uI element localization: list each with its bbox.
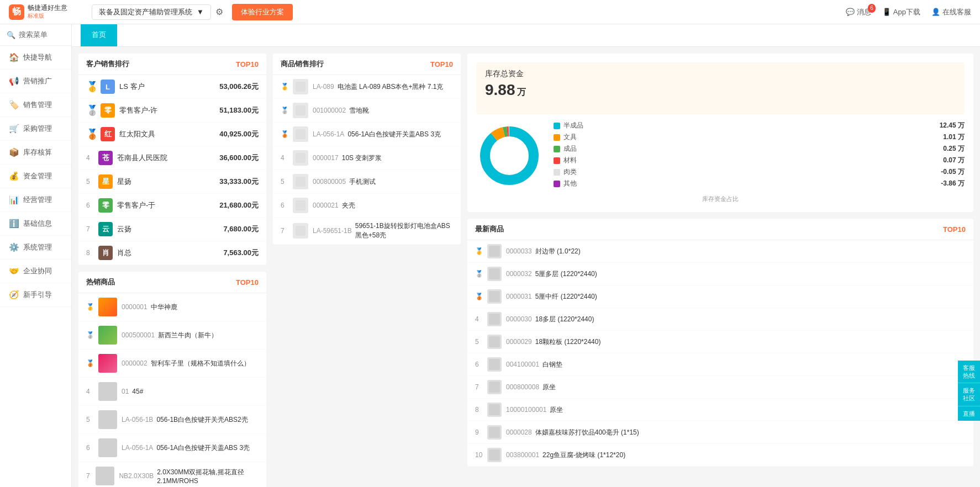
hot-rank-4: 4 [86,388,98,395]
customer-amount-7: 7,680.00元 [223,224,259,234]
trial-button[interactable]: 体验行业方案 [232,4,293,20]
list-item: 6 004100001 白钢垫 [467,353,973,376]
sidebar-item-quick-nav[interactable]: 🏠 快捷导航 [0,46,71,70]
sidebar-search[interactable]: 🔍 搜索菜单 [0,24,71,46]
sidebar-item-guide[interactable]: 🧭 新手引导 [0,283,71,307]
sidebar-item-marketing[interactable]: 📢 营销推广 [0,70,71,93]
message-badge: 6 [868,4,876,13]
prod-rank-5: 5 [281,178,293,186]
sidebar-item-operations[interactable]: 📊 经营管理 [0,188,71,212]
list-item: 4 0000017 10S 变刺罗浆 [273,146,461,170]
legend-value-1: 1.01 万 [943,133,965,142]
new-rank-6: 6 [475,361,487,368]
sidebar-item-collab[interactable]: 🤝 企业协同 [0,260,71,283]
legend-label-3: 材料 [563,156,577,165]
search-label: 搜索菜单 [19,30,48,40]
prod-name-6: 夹壳 [342,201,453,210]
sidebar-label-0: 快捷导航 [23,52,52,62]
prod-name-4: 10S 变刺罗浆 [342,153,453,163]
customer-name-8: 肖总 [117,248,223,258]
sidebar-item-system[interactable]: ⚙️ 系统管理 [0,236,71,260]
hot-rank-7: 7 [86,472,96,480]
float-btn-live[interactable]: 直播 [958,406,980,421]
finance-icon: 💰 [9,171,19,181]
table-row: 🥉 红 红太阳文具 40,925.00元 [78,123,266,146]
customer-amount-6: 21,680.00元 [219,200,259,210]
legend-row-3: 材料 0.07 万 [554,156,965,165]
online-service-button[interactable]: 👤 在线客服 [931,7,971,17]
sidebar-label-6: 经营管理 [23,195,52,205]
operations-icon: 📊 [9,195,19,205]
list-item: 5 0000029 18颗粒板 (1220*2440) [467,331,973,353]
new-img-10 [487,448,502,462]
prod-img-4 [293,150,308,166]
svg-rect-17 [489,359,500,370]
sidebar-item-inventory[interactable]: 📦 库存核算 [0,141,71,165]
list-item: 6 0000021 夹壳 [273,194,461,218]
sidebar-label-5: 资金管理 [23,171,52,181]
app-download-button[interactable]: 📱 App下载 [882,7,920,17]
donut-chart [476,123,542,189]
product-rank-list: 🥇 LA-089 电池盖 LA-089 ABS本色+黑种 7.1克 🥈 0010… [273,75,461,245]
sidebar-item-basic-info[interactable]: ℹ️ 基础信息 [0,212,71,236]
svg-rect-20 [489,427,500,438]
customer-badge-1: L [101,80,115,94]
prod-code-5: 000800005 [313,178,346,186]
dropdown-arrow-icon: ▼ [197,8,204,16]
prod-img-5 [293,174,308,189]
new-name-1: 封边带 (1.0*22) [535,247,581,256]
prod-name-5: 手机测试 [349,177,453,187]
svg-rect-4 [296,177,305,187]
customer-ranking-header: 客户销售排行 TOP10 [78,54,266,75]
sidebar-item-sales[interactable]: 🏷️ 销售管理 [0,93,71,117]
guide-icon: 🧭 [9,290,19,300]
customer-badge-5: 星 [98,174,113,189]
customer-name-5: 星扬 [117,177,219,187]
float-btn-service[interactable]: 客服热线 [958,361,980,384]
new-img-4 [487,312,502,326]
prod-code-7: LA-59651-1B [313,227,352,235]
home-icon: 🏠 [9,52,19,62]
product-ranking-title: 商品销售排行 [281,59,324,69]
sidebar-label-7: 基础信息 [23,219,52,229]
svg-rect-5 [296,200,305,210]
app-icon: 📱 [882,8,891,16]
main-content: 首页 客户销售排行 TOP10 🥇 L LS 客户 53,006.26元 [72,24,980,487]
tab-home[interactable]: 首页 [81,24,117,46]
customer-ranking-col: 客户销售排行 TOP10 🥇 L LS 客户 53,006.26元 🥈 零 [78,54,266,487]
prod-rank-3: 🥉 [281,130,293,138]
top-header: 畅 畅捷通好生意 标准版 装备及固定资产辅助管理系统 ▼ ⚙ 体验行业方案 💬 … [0,0,980,24]
customer-badge-6: 零 [98,198,113,213]
new-img-9 [487,425,502,440]
hot-code-7: NB2.0X30B [119,472,154,480]
list-item: 7 000800008 原坐 [467,376,973,399]
logo-text: 畅捷通好生意 [28,4,67,13]
sidebar-item-finance[interactable]: 💰 资金管理 [0,165,71,188]
prod-name-2: 雪地靴 [349,106,453,115]
search-icon: 🔍 [7,31,15,39]
legend-row-0: 半成品 12.45 万 [554,121,965,130]
logo-badge: 标准版 [28,12,67,20]
rank-num-8: 8 [86,249,98,257]
prod-code-1: LA-089 [313,83,334,91]
new-name-7: 原坐 [542,383,556,392]
hot-img-7 [96,467,114,485]
prod-rank-7: 7 [281,227,293,235]
gear-icon[interactable]: ⚙ [215,7,223,17]
sidebar-label-9: 企业协同 [23,266,52,276]
prod-code-3: LA-056-1A [313,130,344,138]
new-code-3: 0000031 [506,293,532,300]
sidebar-item-purchase[interactable]: 🛒 采购管理 [0,117,71,141]
header-right: 💬 消息 6 📱 App下载 👤 在线客服 [846,7,971,17]
float-btn-community[interactable]: 服务社区 [958,383,980,406]
svg-rect-6 [296,226,305,236]
table-row: 5 星 星扬 33,333.00元 [78,170,266,194]
svg-rect-19 [489,404,500,415]
rank-num-6: 6 [86,202,98,209]
message-button[interactable]: 💬 消息 6 [846,7,871,17]
table-row: 🥇 L LS 客户 53,006.26元 [78,75,266,99]
system-selector[interactable]: 装备及固定资产辅助管理系统 ▼ [92,4,211,20]
service-icon: 👤 [931,8,940,16]
right-col: 库存总资金 9.88 万 [467,54,973,487]
new-rank-2: 🥈 [475,270,487,278]
